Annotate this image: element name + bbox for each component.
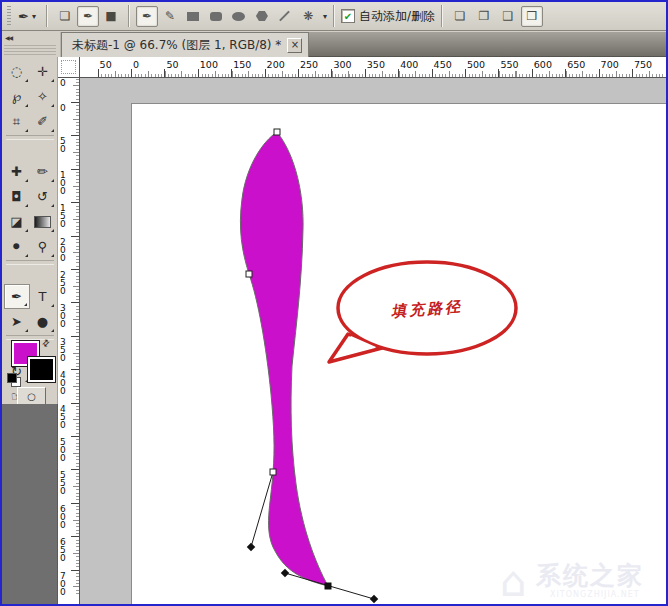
ruler-label: 650 <box>567 59 585 70</box>
add-path-area-button[interactable]: ❏ <box>449 6 471 27</box>
ruler-label: 50 <box>60 137 67 153</box>
dodge-tool[interactable]: ⚲ <box>30 234 56 259</box>
brush-tool[interactable]: ✏ <box>30 159 56 184</box>
history-brush-tool[interactable]: ↺ <box>30 184 56 209</box>
clone-stamp-tool[interactable]: ◘ <box>4 184 30 209</box>
tool-glyph-icon: ■ <box>105 9 116 23</box>
auto-add-delete-checkbox[interactable]: ✔ <box>341 9 355 23</box>
exclude-path-area-button[interactable]: ❒ <box>521 6 543 27</box>
ruler-tick <box>465 69 466 77</box>
tool-glyph-icon: ✐ <box>37 114 48 129</box>
ruler-tick <box>71 536 79 537</box>
close-icon[interactable]: × <box>287 38 302 53</box>
horizontal-ruler[interactable]: 5005010015020025030035040045050055060065… <box>80 57 666 78</box>
quick-selection-tool[interactable]: ✧ <box>30 84 56 109</box>
shape-tool[interactable]: ● <box>30 309 56 334</box>
ruler-label: 350 <box>60 338 67 362</box>
path-combine-group: ❏❐❑❒ <box>449 6 543 27</box>
gradient-tool[interactable] <box>30 209 56 234</box>
anchor-point[interactable] <box>274 129 280 135</box>
anchor-point[interactable] <box>270 469 276 475</box>
polygon-tool-button[interactable] <box>251 6 273 27</box>
tool-glyph-icon <box>210 12 222 21</box>
line-tool-button[interactable] <box>274 6 296 27</box>
separator <box>333 5 335 27</box>
ruler-tick <box>432 69 433 77</box>
ruler-label: 600 <box>534 59 552 70</box>
auto-add-delete-label: 自动添加/删除 <box>359 8 435 25</box>
anchor-point[interactable] <box>246 271 252 277</box>
ruler-origin-corner[interactable] <box>58 57 80 78</box>
auto-add-delete-option: ✔ 自动添加/删除 <box>341 8 435 25</box>
ruler-label: 500 <box>60 438 67 462</box>
document-canvas[interactable]: ⌂ 系统之家 XITONGZHIJIA.NET <box>131 103 666 604</box>
vertical-ruler[interactable]: 5005010015020025030035040045050055060065… <box>58 78 80 604</box>
subtract-path-area-button[interactable]: ❐ <box>473 6 495 27</box>
ruler-tick <box>71 102 79 103</box>
toolbox-grip[interactable] <box>4 45 56 55</box>
quick-mask-icon: ○ <box>27 391 36 402</box>
ruler-tick <box>365 69 366 77</box>
ruler-label: 150 <box>233 59 251 70</box>
tool-glyph-icon: ◘ <box>11 189 21 204</box>
ruler-label: 100 <box>200 59 218 70</box>
crop-tool[interactable]: ⌗ <box>4 109 30 134</box>
watermark-subtitle: XITONGZHIJIA.NET <box>550 590 640 599</box>
watermark: ⌂ 系统之家 XITONGZHIJIA.NET <box>500 557 644 604</box>
path-selection-tool[interactable]: ➤ <box>4 309 30 334</box>
document-tab[interactable]: 未标题-1 @ 66.7% (图层 1, RGB/8) * × <box>61 32 309 57</box>
ruler-tick <box>498 69 499 77</box>
elliptical-marquee-tool[interactable]: ◌ <box>4 59 30 84</box>
lasso-tool[interactable]: ℘ <box>4 84 30 109</box>
chevron-down-icon[interactable]: ▾ <box>323 12 327 21</box>
ruler-tick <box>71 236 79 237</box>
quick-mask-button[interactable]: ○ <box>17 387 46 405</box>
tool-glyph-icon: ✒ <box>142 9 152 23</box>
anchor-point-selected[interactable] <box>325 583 331 589</box>
options-bar-grip[interactable] <box>7 6 11 26</box>
canvas-viewport: ⌂ 系统之家 XITONGZHIJIA.NET <box>80 78 666 604</box>
eraser-tool[interactable]: ◪ <box>4 209 30 234</box>
ruler-label: 550 <box>60 471 67 495</box>
fill-pixels-button[interactable]: ■ <box>100 6 122 27</box>
ruler-tick <box>331 69 332 77</box>
ruler-tick <box>98 69 99 77</box>
filled-pen-path[interactable] <box>240 132 328 586</box>
intersect-path-area-button[interactable]: ❑ <box>497 6 519 27</box>
chevron-down-icon: ▾ <box>32 12 36 21</box>
ellipse-tool-button[interactable] <box>228 6 250 27</box>
paths-button[interactable]: ✒ <box>77 6 99 27</box>
custom-shape-tool-button[interactable]: ❋ <box>297 6 319 27</box>
tool-glyph-icon: ❐ <box>479 9 490 23</box>
default-colors-icon[interactable] <box>7 373 20 385</box>
type-tool[interactable]: T <box>30 284 56 309</box>
collapse-arrows-icon[interactable]: ◀◀ <box>5 34 12 41</box>
healing-brush-tool[interactable]: ✚ <box>4 159 30 184</box>
pen-tool[interactable]: ✒ <box>4 284 30 309</box>
tool-group-separator <box>6 260 54 265</box>
direction-handle[interactable] <box>247 543 255 551</box>
drawing-mode-group: ❏✒■ <box>54 6 122 27</box>
direction-handle[interactable] <box>281 569 289 577</box>
ruler-label: 500 <box>467 59 485 70</box>
eyedropper-tool[interactable]: ✐ <box>30 109 56 134</box>
shape-layers-button[interactable]: ❏ <box>54 6 76 27</box>
tool-glyph-icon: ◪ <box>10 214 22 229</box>
move-tool[interactable]: ✛ <box>30 59 56 84</box>
ruler-label: 400 <box>60 371 67 395</box>
color-swatch-block: ⇄ <box>2 340 58 386</box>
ruler-label: 100 <box>60 171 67 195</box>
rectangle-tool-button[interactable] <box>182 6 204 27</box>
ruler-label: 450 <box>60 405 67 429</box>
pen-tool-button[interactable]: ✒ <box>136 6 158 27</box>
separator <box>46 5 48 27</box>
freeform-pen-tool-button[interactable]: ✎ <box>159 6 181 27</box>
direction-handle[interactable] <box>370 595 378 603</box>
rounded-rectangle-tool-button[interactable] <box>205 6 227 27</box>
background-color-swatch[interactable] <box>27 356 56 383</box>
tool-preset-picker[interactable]: ✒ ▾ <box>14 6 40 27</box>
ruler-tick <box>71 369 79 370</box>
ruler-label: 700 <box>601 59 619 70</box>
blur-tool[interactable]: ⚫ <box>4 234 30 259</box>
document-tab-bar: ◀◀ 未标题-1 @ 66.7% (图层 1, RGB/8) * × <box>2 32 666 57</box>
